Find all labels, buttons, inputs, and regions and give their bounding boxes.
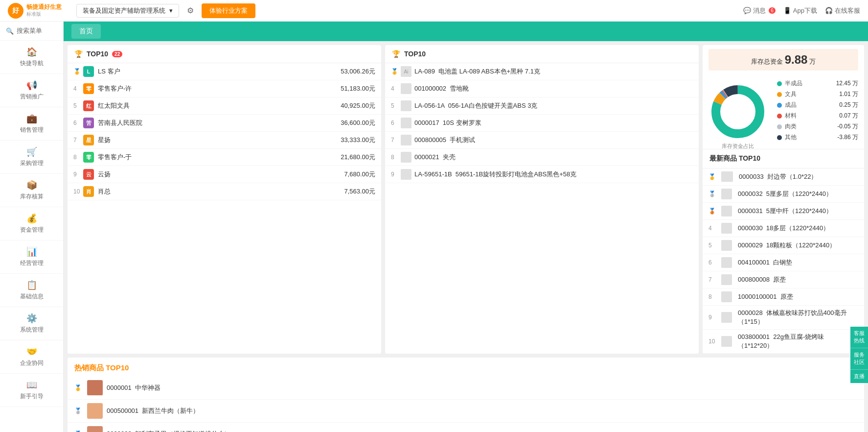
float-buttons: 客服 热线 服务 社区 直播 xyxy=(850,327,868,383)
product-item-1[interactable]: 🥇 Ai LA-089 电池盖 LA-089 ABS本色+黑种 7.1克 xyxy=(385,63,699,80)
hot-products-section: 热销商品 TOP10 🥇 0000001 中华神器 🥈 00050 xyxy=(68,358,864,432)
product-item-3[interactable]: 5 LA-056-1A 056-1A白色按键开关盖ABS 3克 xyxy=(385,97,699,115)
sidebar-item-quicknav[interactable]: 🏠 快捷导航 xyxy=(0,41,63,74)
newest-item-6[interactable]: 6 004100001 白钢垫 xyxy=(703,254,864,271)
product-thumb xyxy=(401,83,411,94)
trial-button[interactable]: 体验行业方案 xyxy=(202,3,255,18)
sidebar-item-guide[interactable]: 📖 新手引导 xyxy=(0,374,63,407)
sidebar-item-operations[interactable]: 📊 经营管理 xyxy=(0,240,63,274)
avatar: L xyxy=(83,66,94,77)
gear-icon: ⚙️ xyxy=(26,313,37,324)
newest-thumb xyxy=(721,240,732,251)
sidebar-item-system[interactable]: ⚙️ 系统管理 xyxy=(0,307,63,340)
legend-dot xyxy=(777,92,782,97)
dashboard-main: 🏆 TOP10 22 🥇 L LS 客户 53,006.26元 4 xyxy=(64,41,868,432)
sidebar-item-inventory[interactable]: 📦 库存核算 xyxy=(0,174,63,207)
legend-dot xyxy=(777,135,782,140)
customer-item-5[interactable]: 7 星 星扬 33,333.00元 xyxy=(68,132,381,149)
newest-item-4[interactable]: 4 0000030 18多层（1220*2440） xyxy=(703,220,864,237)
legend-item-2: 成品 0.25 万 xyxy=(777,101,858,109)
message-icon: 💬 xyxy=(743,7,751,14)
newest-item-9[interactable]: 9 0000028 体械嘉枚味苏打饮品400毫升（1*15） xyxy=(703,306,864,330)
product-item-5[interactable]: 7 000800005 手机测试 xyxy=(385,132,699,149)
customers-header: 🏆 TOP10 22 xyxy=(68,45,381,63)
system-selector[interactable]: 装备及固定资产辅助管理系统 ▾ xyxy=(76,4,179,18)
newest-products-section: 最新商品 TOP10 🥇 0000033 封边带（1.0*22） xyxy=(703,149,864,354)
customer-item-3[interactable]: 5 红 红太阳文具 40,925.00元 xyxy=(68,97,381,115)
product-item-7[interactable]: 9 LA-59651-1B 59651-1B旋转投影灯电池盒ABS黑色+58克 xyxy=(385,166,699,183)
float-btn-service[interactable]: 客服 热线 xyxy=(850,327,868,348)
product-thumb xyxy=(401,100,411,111)
newest-thumb xyxy=(721,274,732,285)
avatar: 云 xyxy=(83,169,94,180)
logo-sub: 标准版 xyxy=(26,11,62,18)
newest-header: 最新商品 TOP10 xyxy=(703,149,864,168)
newest-item-1[interactable]: 🥇 0000033 封边带（1.0*22） xyxy=(703,168,864,186)
sidebar-item-marketing[interactable]: 📢 营销推广 xyxy=(0,74,63,107)
search-menu[interactable]: 🔍 搜索菜单 xyxy=(0,22,63,41)
book-icon: 📖 xyxy=(26,380,37,390)
hot-product-1[interactable]: 🥇 0000001 中华神器 xyxy=(68,377,864,400)
newest-thumb xyxy=(721,257,732,268)
content: 首页 🏆 TOP10 22 🥇 xyxy=(64,22,868,432)
search-icon: 🔍 xyxy=(6,27,14,35)
trophy2-icon: 🏆 xyxy=(392,50,400,58)
sidebar-item-collab[interactable]: 🤝 企业协同 xyxy=(0,340,63,374)
service-btn[interactable]: 🎧 在线客服 xyxy=(825,6,860,15)
newest-item-10[interactable]: 10 003800001 22g鱼豆腐-烧烤味（1*12*20） xyxy=(703,330,864,354)
right-col: 库存总资金 9.88 万 xyxy=(703,45,864,354)
tab-home[interactable]: 首页 xyxy=(71,24,101,39)
sidebar-item-basic[interactable]: 📋 基础信息 xyxy=(0,274,63,307)
app-download-btn[interactable]: 📱 App下载 xyxy=(783,6,817,15)
customers-badge: 22 xyxy=(112,51,122,57)
donut-chart: 库存资金占比 xyxy=(708,82,767,141)
home-icon: 🏠 xyxy=(26,47,37,57)
customer-item-2[interactable]: 4 零 零售客户-许 51,183.00元 xyxy=(68,80,381,97)
newest-thumb xyxy=(721,171,733,182)
top-row: 🏆 TOP10 22 🥇 L LS 客户 53,006.26元 4 xyxy=(68,45,864,354)
customer-item-4[interactable]: 6 苦 苦南县人民医院 36,600.00元 xyxy=(68,115,381,132)
hot-product-2[interactable]: 🥈 000500001 新西兰牛肉（新牛） xyxy=(68,400,864,423)
product-thumb xyxy=(401,135,411,145)
sidebar-item-purchase[interactable]: 🛒 采购管理 xyxy=(0,141,63,174)
newest-item-7[interactable]: 7 000800008 原垄 xyxy=(703,271,864,288)
newest-item-5[interactable]: 5 0000029 18颗粒板（1220*2440） xyxy=(703,237,864,254)
sidebar-item-sales[interactable]: 💼 销售管理 xyxy=(0,107,63,141)
headset-icon: 🎧 xyxy=(825,7,833,14)
legend-dot xyxy=(777,124,782,129)
newest-item-2[interactable]: 🥈 0000032 5厘多层（1220*2440） xyxy=(703,186,864,203)
topbar-right: 💬 消息 6 📱 App下载 🎧 在线客服 xyxy=(743,6,860,15)
hot-product-3[interactable]: 🥉 0000002 智利车子里（规格不知道填什么） xyxy=(68,423,864,432)
avatar: 星 xyxy=(83,135,94,145)
customer-item-1[interactable]: 🥇 L LS 客户 53,006.26元 xyxy=(68,63,381,80)
customer-item-8[interactable]: 10 肖 肖总 7,563.00元 xyxy=(68,183,381,200)
avatar: 红 xyxy=(83,100,94,111)
money-icon: 💰 xyxy=(26,213,37,224)
logo-icon: 好 xyxy=(8,3,23,19)
hot-product-thumb xyxy=(87,403,103,419)
product-item-2[interactable]: 4 001000002 雪地靴 xyxy=(385,80,699,97)
message-btn[interactable]: 💬 消息 6 xyxy=(743,6,776,15)
product-item-6[interactable]: 8 0000021 夹壳 xyxy=(385,149,699,166)
handshake-icon: 🤝 xyxy=(26,346,37,357)
newest-item-8[interactable]: 8 10000100001 原垄 xyxy=(703,288,864,306)
product-item-4[interactable]: 6 0000017 10S 变树罗浆 xyxy=(385,115,699,132)
newest-item-3[interactable]: 🥉 0000031 5厘中纤（1220*2440） xyxy=(703,203,864,220)
sidebar-item-finance[interactable]: 💰 资金管理 xyxy=(0,207,63,240)
customers-col: 🏆 TOP10 22 🥇 L LS 客户 53,006.26元 4 xyxy=(68,45,381,354)
customer-item-6[interactable]: 8 零 零售客户-于 21,680.00元 xyxy=(68,149,381,166)
phone-icon: 📱 xyxy=(783,7,791,14)
settings-icon[interactable]: ⚙ xyxy=(183,3,198,18)
float-btn-live[interactable]: 直播 xyxy=(850,370,868,383)
product-thumb: Ai xyxy=(401,66,411,77)
newest-thumb xyxy=(721,206,732,216)
newest-thumb xyxy=(721,223,732,234)
trophy-icon: 🏆 xyxy=(74,50,83,58)
sidebar: 🔍 搜索菜单 🏠 快捷导航 📢 营销推广 💼 销售管理 🛒 采购管理 📦 库存核… xyxy=(0,22,64,432)
float-btn-community[interactable]: 服务 社区 xyxy=(850,348,868,370)
system-name: 装备及固定资产辅助管理系统 xyxy=(83,6,165,15)
customer-item-7[interactable]: 9 云 云扬 7,680.00元 xyxy=(68,166,381,183)
nav-tabs: 首页 xyxy=(64,22,868,41)
inventory-section: 库存总资金 9.88 万 xyxy=(703,49,864,149)
legend-item-5: 其他 -3.86 万 xyxy=(777,133,858,142)
